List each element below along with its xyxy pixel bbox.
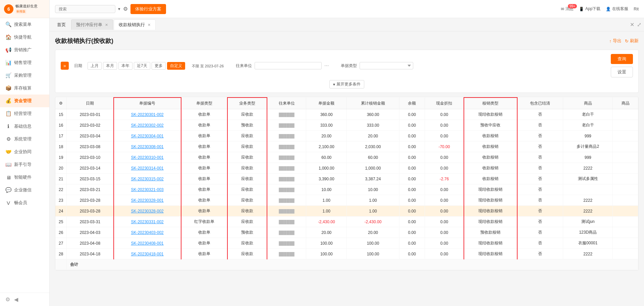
td-cash-discount: -70.00 bbox=[425, 141, 464, 152]
voucher-type-select[interactable] bbox=[360, 62, 413, 69]
th-offset-type: 核销类型 bbox=[464, 98, 517, 109]
online-service-btn[interactable]: 👤 在线客服 bbox=[606, 6, 628, 12]
th-voucher-type: 单据类型 bbox=[181, 98, 227, 109]
td-partner: ██████ bbox=[267, 131, 306, 141]
td-voucher-no[interactable]: SK-20230328-002 bbox=[114, 206, 181, 217]
sidebar-item-wecom[interactable]: 💬企业微信 bbox=[0, 184, 49, 196]
td-partner: ██████ bbox=[267, 238, 306, 249]
filter-toggle[interactable]: » bbox=[61, 62, 69, 70]
date-more[interactable]: 更多 bbox=[152, 62, 166, 70]
td-offset-type: 现结收款核销 bbox=[464, 195, 517, 206]
close-tab-icon[interactable]: ✕ bbox=[630, 21, 634, 28]
td-amount: 1.00 bbox=[306, 206, 347, 217]
td-date: 2023-04-18 bbox=[67, 249, 114, 259]
sidebar-item-base[interactable]: ℹ基础信息 bbox=[0, 120, 49, 133]
sidebar-settings-icon[interactable]: ⚙ bbox=[5, 296, 10, 303]
sidebar-item-marketing[interactable]: 📢营销推广 bbox=[0, 44, 49, 56]
td-voucher-no[interactable]: SK-20230310-001 bbox=[114, 152, 181, 163]
th-settings[interactable]: ⚙ bbox=[55, 98, 67, 109]
td-voucher-no[interactable]: SK-20230315-002 bbox=[114, 174, 181, 184]
sidebar-item-purchase[interactable]: 🛒采购管理 bbox=[0, 69, 49, 82]
partner-label: 往来单位 bbox=[236, 63, 252, 69]
td-voucher-no[interactable]: SK-20230321-003 bbox=[114, 184, 181, 195]
expand-conditions-button[interactable]: ▾ 展开更多条件 bbox=[329, 80, 364, 88]
tab-collection[interactable]: 收款核销执行✕ bbox=[114, 19, 156, 30]
td-total-label bbox=[55, 259, 67, 270]
export-button[interactable]: ↑ 导出 bbox=[609, 38, 622, 44]
sidebar-label-wecom: 企业微信 bbox=[14, 187, 32, 193]
date-prev-month[interactable]: 上月 bbox=[88, 62, 102, 70]
td-voucher-no[interactable]: SK-20230301-002 bbox=[114, 109, 181, 120]
settings-button[interactable]: 设置 bbox=[611, 67, 633, 77]
messages-badge: 99+ bbox=[568, 4, 577, 8]
sidebar-label-inventory: 库存核算 bbox=[14, 85, 32, 91]
td-product1: 999 bbox=[563, 131, 613, 141]
td-amount: 1.00 bbox=[306, 195, 347, 206]
tab-home[interactable]: 首页 bbox=[52, 20, 70, 30]
messages-btn[interactable]: ✉ 消息 99+ bbox=[561, 6, 574, 12]
partner-input[interactable] bbox=[255, 62, 322, 69]
tab-prepay[interactable]: 预付冲应付单✕ bbox=[71, 19, 113, 30]
solution-button[interactable]: 体验行业方案 bbox=[130, 4, 166, 14]
sidebar-item-guide[interactable]: 📖新手引导 bbox=[0, 158, 49, 171]
date-this-year[interactable]: 本年 bbox=[118, 62, 132, 70]
td-cash-discount: -2.76 bbox=[425, 174, 464, 184]
td-voucher-no[interactable]: SK-20230302-002 bbox=[114, 120, 181, 131]
th-partner: 往来单位 bbox=[267, 98, 306, 109]
td-biz-type: 应收款 bbox=[227, 249, 267, 259]
maximize-tab-icon[interactable]: ⤢ bbox=[637, 21, 641, 28]
refresh-icon: ↻ bbox=[625, 39, 629, 44]
date-7days[interactable]: 近7天 bbox=[134, 62, 150, 70]
td-voucher-no[interactable]: SK-20230308-001 bbox=[114, 141, 181, 152]
sidebar-item-hardware[interactable]: 🖥智能硬件 bbox=[0, 171, 49, 184]
tab-close-prepay[interactable]: ✕ bbox=[105, 23, 108, 27]
td-balance: 0.00 bbox=[399, 163, 425, 174]
td-include-settled: 否 bbox=[517, 174, 563, 184]
date-custom[interactable]: 自定义 bbox=[167, 62, 185, 70]
sidebar-item-member[interactable]: V畅会员 bbox=[0, 196, 49, 209]
filter-dots[interactable]: ··· bbox=[324, 63, 329, 69]
td-voucher-no[interactable]: SK-20230403-002 bbox=[114, 227, 181, 238]
td-voucher-no[interactable]: SK-20230304-001 bbox=[114, 131, 181, 141]
tab-close-collection[interactable]: ✕ bbox=[148, 23, 151, 27]
td-amount: 20.00 bbox=[306, 131, 347, 141]
sidebar-item-sales[interactable]: 📊销售管理 bbox=[0, 56, 49, 69]
td-voucher-no[interactable]: SK-20230408-001 bbox=[114, 238, 181, 249]
td-voucher-no[interactable]: SK-20230314-001 bbox=[114, 163, 181, 174]
td-include-settled: 否 bbox=[517, 195, 563, 206]
app-download-btn[interactable]: 📱 App下载 bbox=[579, 6, 600, 12]
td-cash-discount: 0.00 bbox=[425, 152, 464, 163]
sidebar-item-nav[interactable]: 🏠快捷导航 bbox=[0, 31, 49, 44]
sidebar-item-search[interactable]: 🔍搜索菜单 bbox=[0, 18, 49, 31]
sidebar-item-operations[interactable]: 📋经营管理 bbox=[0, 107, 49, 120]
td-total-offset: 60.00 bbox=[347, 152, 399, 163]
td-total-offset: 20.00 bbox=[347, 131, 399, 141]
td-include-settled: 否 bbox=[517, 227, 563, 238]
header-dropdown[interactable]: ▾ bbox=[118, 6, 120, 11]
td-cash-discount: 0.00 bbox=[425, 120, 464, 131]
header-gear-icon[interactable]: ⚙ bbox=[123, 6, 128, 12]
td-total-offset: 1.00 bbox=[347, 195, 399, 206]
td-biz-type: 应收款 bbox=[227, 109, 267, 120]
sidebar-item-inventory[interactable]: 📦库存核算 bbox=[0, 82, 49, 95]
sidebar-item-funds[interactable]: 💰资金管理 bbox=[0, 95, 49, 107]
td-include-settled: 否 bbox=[517, 120, 563, 131]
td-voucher-no[interactable]: SK-20230328-001 bbox=[114, 195, 181, 206]
td-balance: 0.00 bbox=[399, 217, 425, 227]
td-no: 22 bbox=[55, 184, 67, 195]
sidebar-label-funds: 资金管理 bbox=[14, 98, 32, 104]
td-voucher-no[interactable]: SK-20230331-002 bbox=[114, 217, 181, 227]
header-search-input[interactable] bbox=[55, 5, 115, 13]
nav-icon: 🏠 bbox=[5, 34, 11, 40]
date-this-month[interactable]: 本月 bbox=[103, 62, 117, 70]
sidebar-item-system[interactable]: ⚙系统管理 bbox=[0, 133, 49, 145]
table-total-row: 合计 bbox=[55, 259, 638, 270]
td-voucher-no[interactable]: SK-20230418-001 bbox=[114, 249, 181, 259]
sidebar-label-nav: 快捷导航 bbox=[14, 34, 32, 40]
refresh-button[interactable]: ↻ 刷新 bbox=[625, 38, 639, 44]
query-button[interactable]: 查询 bbox=[611, 54, 633, 64]
sidebar-item-corp[interactable]: 🤝企业协同 bbox=[0, 145, 49, 158]
app-icon: 📱 bbox=[579, 7, 584, 11]
user-name[interactable]: Rit bbox=[634, 7, 639, 11]
sidebar-collapse-icon[interactable]: ◀ bbox=[14, 296, 18, 303]
